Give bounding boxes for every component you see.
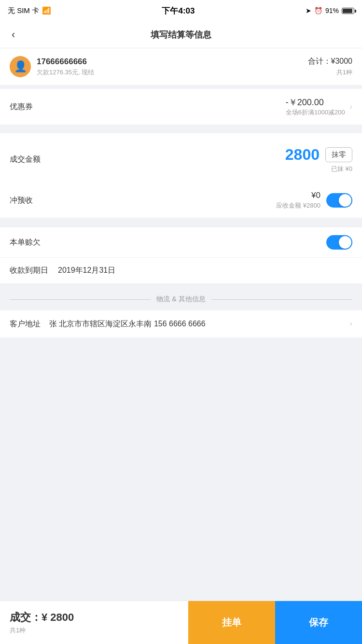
status-left: 无 SIM 卡 📶 <box>8 6 51 15</box>
round-button[interactable]: 抹零 <box>325 147 352 162</box>
coupon-row[interactable]: 优惠券 -￥200.00 全场6折满1000减200 › <box>0 89 362 125</box>
coupon-discount: -￥200.00 <box>286 97 347 108</box>
pending-button[interactable]: 挂单 <box>188 601 275 644</box>
logistics-label: 物流 & 其他信息 <box>151 295 211 304</box>
bottom-summary: 成交：¥ 2800 共1种 <box>0 610 188 635</box>
bottom-deal-label: 成交： <box>10 611 42 623</box>
address-label: 客户地址 <box>10 319 43 329</box>
prepaid-row: 冲预收 ¥0 应收金额 ¥2800 <box>10 191 352 210</box>
battery-icon <box>342 8 354 14</box>
section-gap-1 <box>0 128 362 133</box>
duedate-section: 收款到期日 2019年12月31日 <box>0 257 362 283</box>
coupon-chevron-icon: › <box>350 102 352 111</box>
deal-amount-row: 成交金额 2800 抹零 已抹 ¥0 <box>10 141 352 178</box>
status-bar: 无 SIM 卡 📶 下午4:03 ➤ ⏰ 91% <box>0 0 362 21</box>
arrears-label: 本单赊欠 <box>10 238 41 248</box>
location-icon: ➤ <box>306 7 311 14</box>
bottom-count: 共1种 <box>10 626 179 635</box>
carrier-text: 无 SIM 卡 <box>8 6 39 15</box>
arrears-toggle[interactable] <box>326 235 352 250</box>
coupon-label: 优惠券 <box>10 102 33 112</box>
bottom-bar: 成交：¥ 2800 共1种 挂单 保存 <box>0 601 362 644</box>
prepaid-receivable: 应收金额 ¥2800 <box>276 201 320 210</box>
page-title: 填写结算等信息 <box>151 29 211 41</box>
address-section[interactable]: 客户地址 张 北京市市辖区海淀区永丰南 156 6666 6666 › <box>0 310 362 337</box>
deal-amount-value: 2800 <box>285 146 320 164</box>
arrears-toggle-knob <box>339 236 351 249</box>
deal-amount-area: 2800 抹零 <box>285 146 352 164</box>
coupon-right: -￥200.00 全场6折满1000减200 › <box>286 97 352 117</box>
customer-right: 合计：¥3000 共1种 <box>308 56 353 77</box>
save-button[interactable]: 保存 <box>275 601 362 644</box>
address-chevron-icon: › <box>350 319 352 328</box>
wifi-icon: 📶 <box>42 6 51 15</box>
battery-text: 91% <box>325 7 339 14</box>
section-gap-3 <box>0 283 362 288</box>
prepaid-right: ¥0 应收金额 ¥2800 <box>276 191 352 210</box>
logistics-header: 物流 & 其他信息 <box>0 288 362 310</box>
section-gap-2 <box>0 218 362 223</box>
nav-bar: ‹ 填写结算等信息 <box>0 21 362 48</box>
duedate-value: 2019年12月31日 <box>58 266 115 276</box>
customer-card: 👤 17666666666 欠款1276.35元, 现结 合计：¥3000 共1… <box>0 48 362 85</box>
deal-amount-right: 2800 抹零 已抹 ¥0 <box>285 146 352 173</box>
coupon-description: 全场6折满1000减200 <box>286 108 345 117</box>
back-button[interactable]: ‹ <box>8 25 19 45</box>
avatar-icon: 👤 <box>14 60 27 73</box>
total-amount: 合计：¥3000 <box>308 56 353 67</box>
arrears-section: 本单赊欠 <box>0 227 362 257</box>
prepaid-amount-block: ¥0 应收金额 ¥2800 <box>276 191 320 210</box>
status-right: ➤ ⏰ 91% <box>306 7 354 14</box>
customer-left: 👤 17666666666 欠款1276.35元, 现结 <box>10 56 94 77</box>
alarm-icon: ⏰ <box>314 7 322 14</box>
main-content: 👤 17666666666 欠款1276.35元, 现结 合计：¥3000 共1… <box>0 48 362 429</box>
prepaid-section: 冲预收 ¥0 应收金额 ¥2800 <box>0 186 362 218</box>
bottom-deal-amount: ¥ 2800 <box>42 611 74 623</box>
total-count: 共1种 <box>308 68 353 77</box>
address-value: 张 北京市市辖区海淀区永丰南 156 6666 6666 <box>43 318 350 330</box>
deal-sub-text: 已抹 ¥0 <box>285 165 352 173</box>
duedate-label: 收款到期日 <box>10 266 48 276</box>
customer-info: 17666666666 欠款1276.35元, 现结 <box>37 57 94 77</box>
status-time: 下午4:03 <box>162 5 195 16</box>
prepaid-amount: ¥0 <box>276 191 320 200</box>
deal-amount-section: 成交金额 2800 抹零 已抹 ¥0 <box>0 133 362 186</box>
prepaid-toggle-knob <box>339 194 351 207</box>
bottom-spacer <box>0 337 362 386</box>
avatar: 👤 <box>10 56 31 77</box>
prepaid-label: 冲预收 <box>10 196 33 206</box>
customer-debt: 欠款1276.35元, 现结 <box>37 68 94 77</box>
logistics-line-right <box>211 299 352 300</box>
customer-phone: 17666666666 <box>37 57 94 67</box>
deal-amount-label: 成交金额 <box>10 154 41 165</box>
prepaid-toggle[interactable] <box>326 193 352 208</box>
logistics-line-left <box>10 299 151 300</box>
bottom-deal-text: 成交：¥ 2800 <box>10 610 179 625</box>
